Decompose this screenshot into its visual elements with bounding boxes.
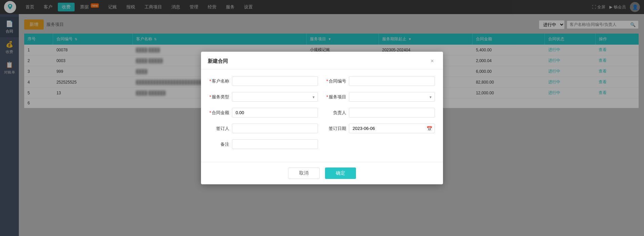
form-row-3: *合同金额 负责人 xyxy=(209,108,435,117)
responsible-person-field: 负责人 xyxy=(326,108,435,117)
service-type-field: *服务类型 xyxy=(209,92,318,102)
signer-label: 签订人 xyxy=(209,126,229,132)
form-row-2: *服务类型 *服务项目 xyxy=(209,92,435,102)
modal-overlay[interactable]: 新建合同 × *客户名称 *合同编号 xyxy=(0,0,644,236)
service-item-select-wrapper xyxy=(349,92,435,102)
required-star-4: * xyxy=(326,94,328,99)
contract-no-label: *合同编号 xyxy=(326,78,346,84)
modal-close-button[interactable]: × xyxy=(428,57,436,65)
cancel-button[interactable]: 取消 xyxy=(288,168,320,179)
contract-no-input[interactable] xyxy=(349,76,435,86)
sign-date-label: 签订日期 xyxy=(326,126,346,132)
modal-footer: 取消 确定 xyxy=(201,162,443,184)
contract-amount-label: *合同金额 xyxy=(209,110,229,116)
modal-title: 新建合同 xyxy=(208,58,228,64)
responsible-person-label: 负责人 xyxy=(326,110,346,116)
modal-body: *客户名称 *合同编号 *服务类型 xyxy=(201,69,443,162)
required-star-3: * xyxy=(209,94,211,99)
new-contract-modal: 新建合同 × *客户名称 *合同编号 xyxy=(201,52,443,184)
service-item-label: *服务项目 xyxy=(326,94,346,100)
signer-input[interactable] xyxy=(232,124,318,133)
sign-date-input[interactable] xyxy=(349,124,435,133)
service-item-select[interactable] xyxy=(349,92,435,102)
notes-field: 备注 xyxy=(209,139,318,149)
sign-date-wrapper: 📅 xyxy=(349,124,435,133)
required-star-2: * xyxy=(326,79,328,84)
required-star: * xyxy=(209,79,211,84)
sign-date-field: 签订日期 📅 xyxy=(326,124,435,133)
contract-amount-input[interactable] xyxy=(232,108,318,117)
modal-header: 新建合同 × xyxy=(201,52,443,69)
contract-amount-field: *合同金额 xyxy=(209,108,318,117)
confirm-button[interactable]: 确定 xyxy=(325,168,356,179)
form-row-1: *客户名称 *合同编号 xyxy=(209,76,435,86)
service-item-field: *服务项目 xyxy=(326,92,435,102)
notes-input[interactable] xyxy=(232,139,318,149)
customer-name-field: *客户名称 xyxy=(209,76,318,86)
service-type-select[interactable] xyxy=(232,92,318,102)
form-row-4: 签订人 签订日期 📅 xyxy=(209,124,435,133)
form-row-5: 备注 xyxy=(209,139,435,149)
contract-no-field: *合同编号 xyxy=(326,76,435,86)
service-type-select-wrapper xyxy=(232,92,318,102)
notes-label: 备注 xyxy=(209,141,229,147)
signer-field: 签订人 xyxy=(209,124,318,133)
responsible-person-input[interactable] xyxy=(349,108,435,117)
calendar-icon[interactable]: 📅 xyxy=(427,126,432,131)
required-star-5: * xyxy=(209,110,211,115)
customer-name-label: *客户名称 xyxy=(209,78,229,84)
customer-name-input[interactable] xyxy=(232,76,318,86)
service-type-label: *服务类型 xyxy=(209,94,229,100)
